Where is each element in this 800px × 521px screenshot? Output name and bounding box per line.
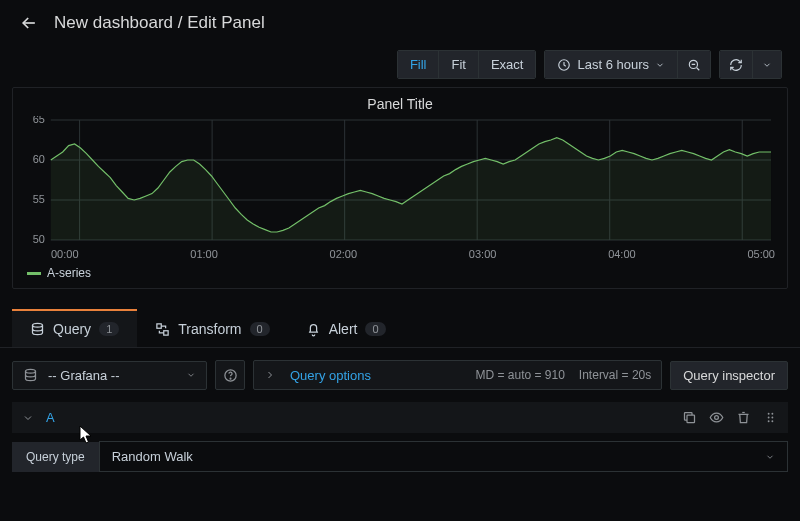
svg-point-25 xyxy=(771,413,773,415)
svg-rect-17 xyxy=(157,323,161,327)
drag-handle-icon[interactable] xyxy=(763,410,778,425)
query-interval: Interval = 20s xyxy=(579,368,651,382)
query-row: A xyxy=(12,402,788,433)
tab-transform-count: 0 xyxy=(250,322,270,336)
time-range-label: Last 6 hours xyxy=(577,57,649,72)
tab-query-count: 1 xyxy=(99,322,119,336)
svg-rect-22 xyxy=(687,415,695,423)
fill-button[interactable]: Fill xyxy=(398,51,439,78)
svg-point-27 xyxy=(771,417,773,419)
time-range-group: Last 6 hours xyxy=(544,50,711,79)
chevron-down-icon xyxy=(186,370,196,380)
svg-point-16 xyxy=(33,323,43,327)
refresh-icon xyxy=(729,58,743,72)
time-range-button[interactable]: Last 6 hours xyxy=(545,51,677,78)
svg-point-19 xyxy=(26,369,36,373)
clock-icon xyxy=(557,58,571,72)
svg-point-29 xyxy=(771,420,773,422)
zoom-out-button[interactable] xyxy=(677,51,710,78)
tab-transform-label: Transform xyxy=(178,321,241,337)
svg-point-24 xyxy=(768,413,770,415)
fit-button[interactable]: Fit xyxy=(438,51,477,78)
datasource-help-button[interactable] xyxy=(215,360,245,390)
refresh-button[interactable] xyxy=(720,51,752,78)
svg-point-26 xyxy=(768,417,770,419)
tab-alert-count: 0 xyxy=(365,322,385,336)
exact-button[interactable]: Exact xyxy=(478,51,536,78)
query-options-label: Query options xyxy=(290,368,371,383)
panel-title: Panel Title xyxy=(17,96,783,116)
legend[interactable]: A-series xyxy=(17,262,783,282)
chart-area[interactable]: 50556065 xyxy=(23,116,777,246)
database-icon xyxy=(30,322,45,337)
eye-icon[interactable] xyxy=(709,410,724,425)
refresh-interval-button[interactable] xyxy=(752,51,781,78)
svg-text:65: 65 xyxy=(33,116,45,125)
tab-transform[interactable]: Transform 0 xyxy=(137,311,287,347)
x-axis-ticks: 00:0001:0002:0003:0004:0005:00 xyxy=(17,246,783,262)
question-icon xyxy=(223,368,238,383)
datasource-select[interactable]: -- Grafana -- xyxy=(12,361,207,390)
chart-panel: Panel Title 50556065 00:0001:0002:0003:0… xyxy=(12,87,788,289)
chevron-down-icon xyxy=(765,452,775,462)
legend-swatch xyxy=(27,272,41,275)
query-type-label: Query type xyxy=(12,442,99,472)
duplicate-icon[interactable] xyxy=(682,410,697,425)
svg-text:60: 60 xyxy=(33,153,45,165)
refresh-group xyxy=(719,50,782,79)
datasource-name: -- Grafana -- xyxy=(48,368,120,383)
back-button[interactable] xyxy=(18,12,40,34)
tab-alert[interactable]: Alert 0 xyxy=(288,311,404,347)
bottom-tabs: Query 1 Transform 0 Alert 0 xyxy=(0,311,800,348)
chevron-right-icon xyxy=(264,369,276,381)
query-refid[interactable]: A xyxy=(46,410,55,425)
bell-icon xyxy=(306,322,321,337)
page-title: New dashboard / Edit Panel xyxy=(54,13,265,33)
trash-icon[interactable] xyxy=(736,410,751,425)
svg-text:55: 55 xyxy=(33,193,45,205)
database-icon xyxy=(23,368,38,383)
svg-rect-18 xyxy=(164,330,168,334)
tab-query-label: Query xyxy=(53,321,91,337)
legend-label: A-series xyxy=(47,266,91,280)
query-md: MD = auto = 910 xyxy=(475,368,564,382)
query-inspector-button[interactable]: Query inspector xyxy=(670,361,788,390)
chevron-down-icon xyxy=(762,60,772,70)
svg-point-21 xyxy=(230,378,231,379)
tab-alert-label: Alert xyxy=(329,321,358,337)
transform-icon xyxy=(155,322,170,337)
query-type-select[interactable]: Random Walk xyxy=(99,441,788,472)
chevron-down-icon xyxy=(655,60,665,70)
chevron-down-icon[interactable] xyxy=(22,412,34,424)
fit-mode-group: Fill Fit Exact xyxy=(397,50,537,79)
svg-point-28 xyxy=(768,420,770,422)
svg-text:50: 50 xyxy=(33,233,45,245)
query-options-bar[interactable]: Query options MD = auto = 910 Interval =… xyxy=(253,360,662,390)
query-type-value: Random Walk xyxy=(112,449,193,464)
tab-query[interactable]: Query 1 xyxy=(12,309,137,347)
svg-point-23 xyxy=(715,416,719,420)
zoom-out-icon xyxy=(687,58,701,72)
